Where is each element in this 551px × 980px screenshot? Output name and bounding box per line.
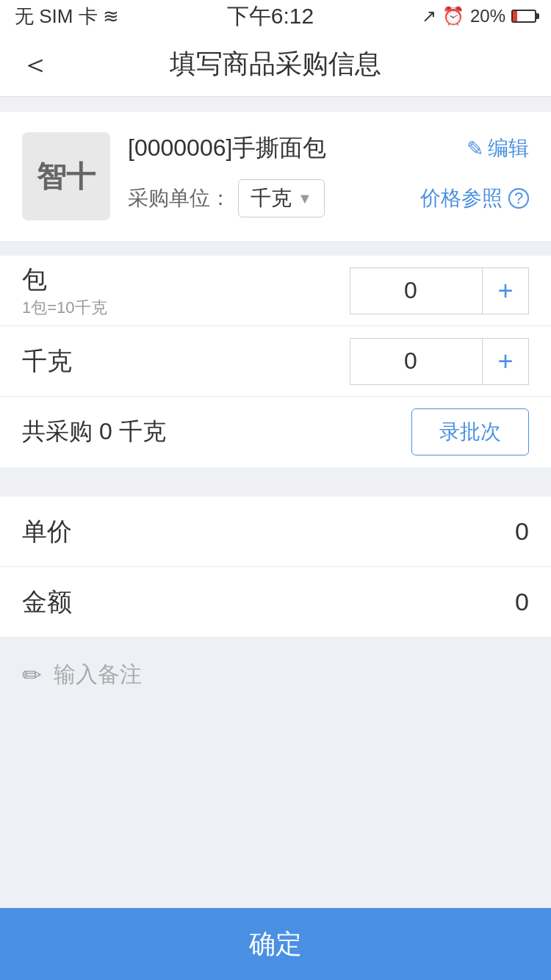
kg-label: 千克 xyxy=(22,345,125,378)
product-name-row: [0000006]手撕面包 ✎ 编辑 xyxy=(128,132,529,165)
amount-row: 金额 0 xyxy=(0,567,551,638)
bag-input-row: 包 1包=10千克 + xyxy=(0,256,551,326)
nav-bar: ＜ 填写商品采购信息 xyxy=(0,32,551,97)
pencil-icon: ✏ xyxy=(22,661,42,689)
section-divider-1 xyxy=(0,241,551,256)
batch-button[interactable]: 录批次 xyxy=(411,408,529,455)
notes-placeholder: 输入备注 xyxy=(54,660,142,690)
confirm-button[interactable]: 确定 xyxy=(0,908,551,980)
alarm-icon: ⏰ xyxy=(442,6,464,26)
battery-icon xyxy=(511,10,536,23)
edit-button[interactable]: ✎ 编辑 xyxy=(467,134,529,162)
status-time: 下午6:12 xyxy=(227,1,314,32)
section-divider-2 xyxy=(0,467,551,482)
summary-unit: 千克 xyxy=(119,418,166,444)
kg-input-row: 千克 + xyxy=(0,326,551,397)
status-right: ↗ ⏰ 20% xyxy=(422,6,536,26)
info-icon: ? xyxy=(508,188,529,209)
bag-number-input[interactable] xyxy=(350,267,482,314)
unit-select[interactable]: 千克 ▼ xyxy=(238,179,325,217)
bag-input-wrapper: + xyxy=(350,267,529,314)
status-bar: 无 SIM 卡 ≋ 下午6:12 ↗ ⏰ 20% xyxy=(0,0,551,32)
confirm-label: 确定 xyxy=(249,926,302,962)
input-section: 包 1包=10千克 + 千克 + xyxy=(0,256,551,397)
amount-value: 0 xyxy=(515,588,529,616)
kg-plus-button[interactable]: + xyxy=(482,338,529,385)
unit-row: 采购单位： 千克 ▼ 价格参照 ? xyxy=(128,179,529,217)
amount-label: 金额 xyxy=(22,586,72,619)
bag-sub-label: 1包=10千克 xyxy=(22,297,125,319)
page-title: 填写商品采购信息 xyxy=(170,46,381,82)
edit-icon: ✎ xyxy=(467,137,483,161)
back-button[interactable]: ＜ xyxy=(21,44,50,84)
status-left: 无 SIM 卡 ≋ xyxy=(15,4,119,29)
price-value: 0 xyxy=(515,517,529,546)
summary-row: 共采购 0 千克 录批次 xyxy=(0,397,551,467)
price-ref-button[interactable]: 价格参照 ? xyxy=(420,184,529,212)
kg-label-group: 千克 xyxy=(22,345,125,378)
batch-label: 录批次 xyxy=(439,418,501,446)
kg-number-input[interactable] xyxy=(350,338,482,385)
bag-plus-button[interactable]: + xyxy=(482,267,529,314)
product-card: 智十 [0000006]手撕面包 ✎ 编辑 采购单位： 千克 ▼ xyxy=(0,112,551,241)
bag-label-group: 包 1包=10千克 xyxy=(22,263,125,319)
edit-label: 编辑 xyxy=(488,134,529,162)
product-name: [0000006]手撕面包 xyxy=(128,132,326,165)
product-image-text: 智十 xyxy=(37,156,96,197)
summary-text: 共采购 0 千克 xyxy=(22,416,166,448)
bag-label: 包 xyxy=(22,263,125,297)
unit-label: 采购单位： xyxy=(128,184,231,212)
unit-value: 千克 xyxy=(251,184,292,212)
battery-level: 20% xyxy=(470,6,505,26)
price-row: 单价 0 xyxy=(0,497,551,567)
product-image: 智十 xyxy=(22,132,110,220)
price-label: 单价 xyxy=(22,515,72,549)
detail-section: 单价 0 金额 0 xyxy=(0,497,551,638)
chevron-down-icon: ▼ xyxy=(298,190,312,207)
location-icon: ↗ xyxy=(422,6,436,26)
price-ref-label: 价格参照 xyxy=(420,184,503,212)
product-info: [0000006]手撕面包 ✎ 编辑 采购单位： 千克 ▼ 价格参照 ? xyxy=(128,132,529,217)
kg-input-wrapper: + xyxy=(350,338,529,385)
summary-amount: 0 xyxy=(99,418,112,444)
notes-section[interactable]: ✏ 输入备注 xyxy=(0,638,551,712)
